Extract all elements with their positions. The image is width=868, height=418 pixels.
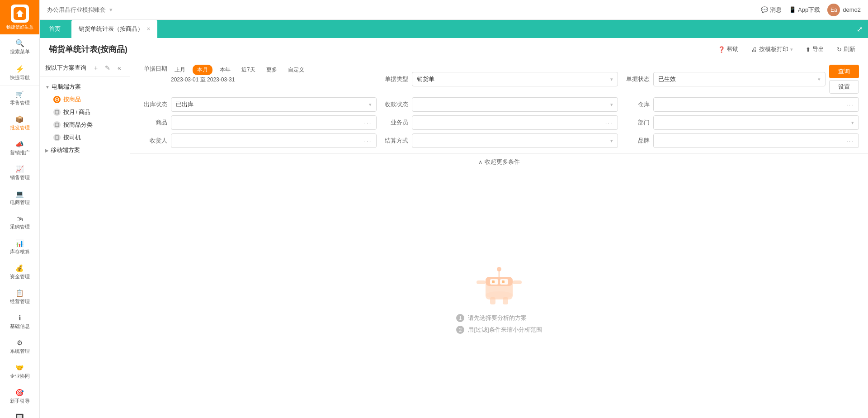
help-btn[interactable]: ❓ 帮助	[714, 43, 742, 55]
filter-cell-warehouse: 仓库 ···	[622, 97, 859, 112]
tree-child-by-goods[interactable]: 按商品	[40, 93, 130, 106]
tab-close-btn[interactable]: ×	[147, 26, 150, 32]
edit-scheme-btn[interactable]: ✎	[103, 63, 113, 73]
tree-child-icon-month-goods	[53, 109, 61, 116]
doc-type-chevron: ▾	[610, 76, 613, 82]
user-btn[interactable]: Ea demo2	[827, 4, 861, 16]
sidebar-search[interactable]: 🔍 搜索菜单	[0, 34, 39, 60]
doc-type-value: 销货单	[417, 75, 434, 83]
date-range-display: 2023-03-01 至 2023-03-31	[171, 76, 377, 84]
avatar: Ea	[827, 4, 840, 16]
refresh-btn[interactable]: ↻ 刷新	[833, 43, 859, 55]
date-cur-month-btn[interactable]: 本月	[193, 65, 212, 75]
date-filter-controls: 上月 本月 本年 近7天 更多 自定义 2023-03-01 至 2023-03…	[171, 65, 377, 84]
refresh-label: 刷新	[844, 45, 855, 53]
sidebar-item-system[interactable]: ⚙ 系统管理	[0, 334, 39, 359]
settlement-select[interactable]: ▾	[412, 133, 618, 148]
payment-select[interactable]: ▾	[412, 97, 618, 112]
tab-expand-btn[interactable]: ⤢	[851, 25, 868, 33]
settings-btn[interactable]: 设置	[829, 80, 859, 94]
brand-input[interactable]: ···	[653, 133, 859, 148]
tree-child-goods-category[interactable]: 按商品分类	[40, 119, 130, 131]
sidebar-item-marketing[interactable]: 📣 营销推广	[0, 136, 39, 161]
doc-status-chevron: ▾	[818, 76, 821, 82]
collapse-bar[interactable]: ∧ 收起更多条件	[130, 154, 868, 170]
filter-cell-recipient: 收货人 ···	[139, 133, 377, 148]
warehouse-input[interactable]: ···	[653, 97, 859, 112]
filter-cell-goods: 商品 ···	[139, 115, 377, 130]
print-btn[interactable]: 🖨 按模板打印 ▾	[748, 43, 797, 55]
sidebar-item-finance[interactable]: 💰 资金管理	[0, 260, 39, 285]
goods-input[interactable]: ···	[171, 115, 377, 130]
sidebar-item-wholesale[interactable]: 📦 批发管理	[0, 111, 39, 136]
salesperson-input[interactable]: ···	[412, 115, 618, 130]
tree-parent-mobile[interactable]: ▶ 移动端方案	[40, 144, 130, 157]
left-panel-header: 按以下方案查询 + ✎ «	[40, 59, 130, 77]
sidebar-item-retail[interactable]: 🛒 零售管理	[0, 86, 39, 111]
date-7days-btn[interactable]: 近7天	[238, 65, 259, 75]
sidebar-menu: 🛒 零售管理 📦 批发管理 📣 营销推广 📈 销售管理 💻 电商管理 🛍 采购管…	[0, 86, 39, 418]
collapse-panel-btn[interactable]: «	[114, 63, 124, 73]
doc-status-label: 单据状态	[622, 75, 653, 83]
sidebar-item-purchase[interactable]: 🛍 采购管理	[0, 210, 39, 235]
tip2-num: 2	[456, 326, 464, 334]
sidebar-item-inventory[interactable]: 📊 库存核算	[0, 235, 39, 260]
sidebar-item-guide[interactable]: 🎯 新手引导	[0, 384, 39, 409]
filter-cell-brand: 品牌 ···	[622, 133, 859, 148]
tree-child-driver[interactable]: 按司机	[40, 131, 130, 144]
sidebar-item-finance-label: 资金管理	[10, 273, 30, 280]
sidebar-item-sales[interactable]: 📈 销售管理	[0, 161, 39, 185]
date-custom-btn[interactable]: 自定义	[284, 65, 308, 75]
filter-cell-date: 单据日期 上月 本月 本年 近7天 更多 自定义	[139, 65, 377, 94]
sidebar-item-basic-info[interactable]: ℹ 基础信息	[0, 309, 39, 334]
sidebar-item-operations[interactable]: 📋 经营管理	[0, 285, 39, 309]
date-cur-year-btn[interactable]: 本年	[216, 65, 234, 75]
filter-row-2: 出库状态 已出库 ▾ 收款状态 ▾	[139, 97, 859, 112]
print-icon: 🖨	[751, 46, 757, 53]
app-download-btn[interactable]: 📱 App下载	[789, 6, 820, 14]
department-select[interactable]: ▾	[653, 115, 859, 130]
doc-status-select[interactable]: 已生效 ▾	[653, 72, 826, 86]
tree-child-month-goods[interactable]: 按月+商品	[40, 106, 130, 119]
goods-label: 商品	[139, 119, 171, 127]
app-download-label: App下载	[798, 6, 820, 14]
page-header: 销货单统计表(按商品) ❓ 帮助 🖨 按模板打印 ▾ ⬆ 导出	[40, 38, 868, 59]
recipient-input[interactable]: ···	[171, 133, 377, 148]
stock-out-label: 出库状态	[139, 100, 171, 109]
sidebar-item-ecom[interactable]: 💻 电商管理	[0, 185, 39, 210]
tree-parent-mobile-label: 移动端方案	[51, 146, 80, 154]
svg-rect-4	[55, 123, 59, 127]
svg-rect-5	[55, 136, 59, 139]
message-btn[interactable]: 💬 消息	[761, 6, 782, 14]
date-more-btn[interactable]: 更多	[263, 65, 281, 75]
export-btn[interactable]: ⬆ 导出	[802, 43, 828, 55]
breadcrumb: 办公用品行业模拟账套	[47, 6, 106, 14]
stock-out-value: 已出库	[176, 100, 193, 109]
tab-sales-stats[interactable]: 销货单统计表（按商品） ×	[71, 20, 157, 38]
tree-parent-pc[interactable]: ▼ 电脑端方案	[40, 81, 130, 93]
salesperson-label: 业务员	[380, 119, 412, 127]
sidebar-item-basic-info-label: 基础信息	[10, 323, 30, 330]
sidebar-item-ecom-label: 电商管理	[10, 199, 30, 206]
collapse-label: 收起更多条件	[485, 158, 520, 166]
sidebar-quicknav[interactable]: ⚡ 快捷导航	[0, 60, 39, 86]
filter-row-4: 收货人 ··· 结算方式 ▾	[139, 133, 859, 148]
header-right: 💬 消息 📱 App下载 Ea demo2	[761, 4, 861, 16]
collapse-icon: «	[118, 64, 121, 71]
left-panel-title: 按以下方案查询	[45, 64, 86, 72]
tab-home[interactable]: 首页	[40, 20, 70, 38]
query-btn[interactable]: 查询	[829, 65, 859, 78]
brand-label: 品牌	[622, 137, 653, 145]
empty-illustration	[472, 254, 526, 309]
sidebar-item-apps[interactable]: 🔲 应用中心	[0, 409, 39, 418]
page-title: 销货单统计表(按商品)	[49, 44, 127, 55]
goods-dots: ···	[364, 119, 372, 126]
recipient-label: 收货人	[139, 137, 171, 145]
tip1-num: 1	[456, 314, 464, 322]
add-scheme-btn[interactable]: +	[91, 63, 101, 73]
doc-type-select[interactable]: 销货单 ▾	[412, 72, 618, 86]
date-prev-month-btn[interactable]: 上月	[171, 65, 189, 75]
stock-out-select[interactable]: 已出库 ▾	[171, 97, 377, 112]
sidebar-item-collab[interactable]: 🤝 企业协同	[0, 359, 39, 384]
logo[interactable]: 畅捷信好生意	[0, 0, 39, 34]
